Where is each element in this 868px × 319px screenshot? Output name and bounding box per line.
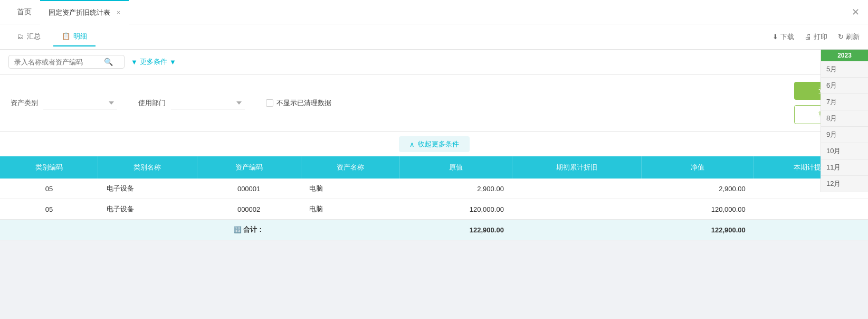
date-month-item[interactable]: 10月 — [821, 143, 868, 160]
main-tab[interactable]: 固定资产折旧统计表 × — [40, 0, 129, 24]
date-month-item[interactable]: 6月 — [821, 78, 868, 94]
table-wrap: 类别编码类别名称资产编码资产名称原值期初累计折旧净值本期计提折 05电子设备00… — [0, 156, 868, 240]
table-total-cell — [301, 220, 399, 240]
table-total-cell — [512, 220, 641, 240]
table-total-row: 🔢 合计：122,900.00122,900.00 — [0, 220, 868, 240]
table-cell: 电脑 — [301, 179, 399, 199]
sub-tabs-actions: ⬇ 下载 🖨 打印 ↻ 刷新 — [772, 32, 860, 42]
table-header-cell: 类别名称 — [98, 156, 197, 179]
tab-summary-label: 汇总 — [27, 32, 41, 41]
download-label: 下载 — [780, 32, 794, 42]
window-close-button[interactable]: ✕ — [852, 6, 860, 18]
department-select[interactable] — [171, 97, 245, 109]
refresh-button[interactable]: ↻ 刷新 — [838, 32, 860, 42]
tab-detail-label: 明细 — [73, 32, 87, 41]
asset-type-filter: 资产类别 — [11, 97, 117, 109]
table-cell — [754, 199, 868, 220]
date-month-item[interactable]: 7月 — [821, 94, 868, 110]
collapse-label: 收起更多条件 — [418, 139, 459, 149]
table-body: 05电子设备000001电脑2,900.002,900.0005电子设备0000… — [0, 179, 868, 240]
date-month-item[interactable]: 11月 — [821, 160, 868, 176]
date-month-item[interactable]: 9月 — [821, 127, 868, 143]
table-total-label: 🔢 合计： — [197, 220, 301, 240]
table-cell: 电脑 — [301, 199, 399, 220]
asset-type-select[interactable] — [43, 97, 117, 109]
table-cell: 000001 — [197, 179, 301, 199]
tab-title: 固定资产折旧统计表 — [49, 8, 110, 17]
department-filter: 使用部门 — [138, 97, 245, 109]
download-icon: ⬇ — [772, 33, 778, 41]
filter-area: 资产类别 使用部门 不显示已清理数据 查询 重置 — [0, 74, 868, 132]
table-header-cell: 资产编码 — [197, 156, 301, 179]
collapse-icon: ∧ — [409, 140, 415, 148]
detail-icon: 📋 — [62, 32, 70, 40]
print-icon: 🖨 — [805, 33, 812, 41]
date-month-item[interactable]: 5月 — [821, 61, 868, 78]
tab-close-button[interactable]: × — [117, 9, 120, 16]
refresh-icon: ↻ — [838, 33, 844, 41]
table-total-cell — [0, 220, 98, 240]
table-cell: 2,900.00 — [641, 179, 754, 199]
sub-tabs-left: 🗂 汇总 📋 明细 — [8, 27, 96, 46]
home-tab[interactable]: 首页 — [8, 0, 40, 24]
collapse-bar: ∧ 收起更多条件 — [0, 132, 868, 156]
tab-summary[interactable]: 🗂 汇总 — [8, 27, 49, 46]
top-nav: 首页 固定资产折旧统计表 × ✕ — [0, 0, 868, 24]
table-cell: 2,900.00 — [399, 179, 512, 199]
asset-type-label: 资产类别 — [11, 98, 38, 108]
table-total-cell — [754, 220, 868, 240]
months-container: 5月6月7月8月9月10月11月12月 — [821, 61, 868, 192]
table-header-cell: 原值 — [399, 156, 512, 179]
date-panel: 2023 5月6月7月8月9月10月11月12月 — [821, 50, 868, 192]
date-month-item[interactable]: 12月 — [821, 176, 868, 192]
more-conditions-chevron: ▼ — [169, 58, 176, 66]
table-header-cell: 类别编码 — [0, 156, 98, 179]
date-month-item[interactable]: 8月 — [821, 110, 868, 127]
main-table: 类别编码类别名称资产编码资产名称原值期初累计折旧净值本期计提折 05电子设备00… — [0, 156, 868, 240]
print-button[interactable]: 🖨 打印 — [805, 32, 827, 42]
no-cleared-checkbox-wrap[interactable]: 不显示已清理数据 — [266, 98, 331, 108]
table-row: 05电子设备000002电脑120,000.00120,000.00 — [0, 199, 868, 220]
no-cleared-checkbox[interactable] — [266, 99, 273, 107]
table-row: 05电子设备000001电脑2,900.002,900.00 — [0, 179, 868, 199]
print-label: 打印 — [814, 32, 827, 42]
tab-detail[interactable]: 📋 明细 — [53, 27, 96, 46]
year-label: 2023 — [821, 50, 868, 61]
table-total-cell: 122,900.00 — [399, 220, 512, 240]
table-header: 类别编码类别名称资产编码资产名称原值期初累计折旧净值本期计提折 — [0, 156, 868, 179]
table-header-row: 类别编码类别名称资产编码资产名称原值期初累计折旧净值本期计提折 — [0, 156, 868, 179]
table-cell: 05 — [0, 179, 98, 199]
filter-row: 资产类别 使用部门 不显示已清理数据 查询 重置 — [11, 82, 857, 124]
table-cell — [512, 199, 641, 220]
search-bar: 🔍 ▼ 更多条件 ▼ 2023.01 — [0, 50, 868, 74]
summary-icon: 🗂 — [17, 32, 24, 40]
table-cell — [512, 179, 641, 199]
no-cleared-label: 不显示已清理数据 — [276, 98, 331, 108]
search-input[interactable] — [14, 58, 104, 66]
search-icon: 🔍 — [104, 58, 113, 66]
table-cell: 05 — [0, 199, 98, 220]
table-total-cell — [98, 220, 197, 240]
download-button[interactable]: ⬇ 下载 — [772, 32, 794, 42]
table-total-cell: 122,900.00 — [641, 220, 754, 240]
table-cell: 000002 — [197, 199, 301, 220]
table-header-cell: 净值 — [641, 156, 754, 179]
filter-icon: ▼ — [131, 58, 138, 66]
sub-tabs-bar: 🗂 汇总 📋 明细 ⬇ 下载 🖨 打印 ↻ 刷新 — [0, 24, 868, 50]
table-cell: 120,000.00 — [399, 199, 512, 220]
more-conditions-button[interactable]: ▼ 更多条件 ▼ — [131, 57, 176, 67]
more-conditions-label: 更多条件 — [140, 57, 167, 67]
search-input-wrap: 🔍 — [8, 55, 125, 69]
table-cell: 电子设备 — [98, 199, 197, 220]
refresh-label: 刷新 — [846, 32, 860, 42]
table-header-cell: 期初累计折旧 — [512, 156, 641, 179]
department-label: 使用部门 — [138, 98, 166, 108]
collapse-button[interactable]: ∧ 收起更多条件 — [399, 136, 470, 152]
table-cell: 电子设备 — [98, 179, 197, 199]
table-header-cell: 资产名称 — [301, 156, 399, 179]
table-cell: 120,000.00 — [641, 199, 754, 220]
